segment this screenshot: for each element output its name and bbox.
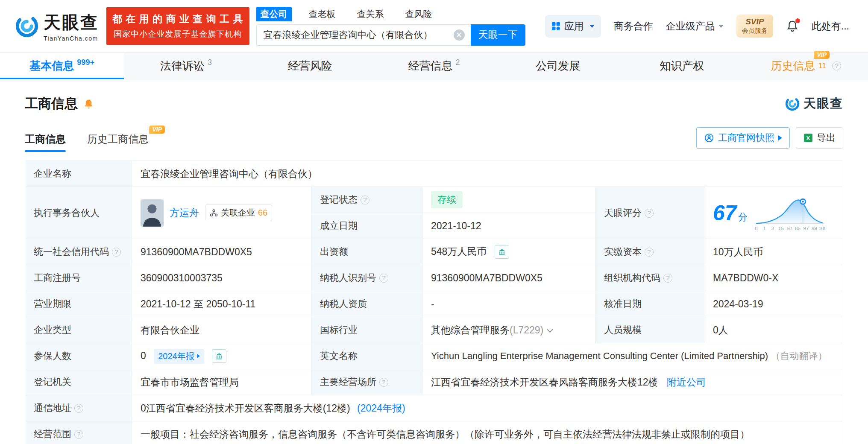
search-input[interactable]	[256, 24, 471, 46]
snapshot-person-icon	[704, 133, 714, 143]
taxpayer-quality-label: 纳税人资质	[311, 291, 422, 317]
tab-intellectual-property[interactable]: 知识产权	[620, 53, 744, 79]
main-tabbar: 基本信息 999+ 法律诉讼 3 经营风险 经营信息 2 公司发展 知识产权 历…	[0, 52, 868, 79]
monitor-bell-icon[interactable]	[83, 98, 94, 110]
capital-detail-icon[interactable]	[495, 245, 509, 259]
tab-label: 历史信息	[771, 58, 815, 73]
industry-code: (L7229)	[510, 324, 543, 336]
help-icon[interactable]: ?	[74, 404, 83, 413]
row-mail-address: 通信地址? 0江西省宜春经济技术开发区客商服务大楼(12楼) (2024年报)	[25, 395, 843, 421]
nav-enterprise-products[interactable]: 企业级产品	[666, 20, 724, 33]
row-registry-address: 登记机关 宜春市市场监督管理局 主要经营场所? 江西省宜春经济技术开发区春风路客…	[25, 369, 843, 395]
search-tab-company[interactable]: 查公司	[256, 7, 292, 21]
approval-date-value: 2024-03-19	[704, 291, 843, 317]
svg-text:100: 100	[818, 226, 826, 231]
nav-enterprise-products-label: 企业级产品	[666, 20, 715, 33]
capital-label: 出资额	[311, 239, 422, 265]
help-icon[interactable]: ?	[832, 61, 841, 70]
search-tab-relation[interactable]: 查关系	[353, 7, 388, 21]
nearby-companies-link[interactable]: 附近公司	[667, 377, 706, 388]
subtab-business-info[interactable]: 工商信息	[25, 132, 66, 152]
apps-menu[interactable]: 应用	[545, 15, 601, 38]
address-label: 主要经营场所?	[311, 369, 422, 395]
notification-dot	[795, 18, 800, 23]
score-distribution-chart: 0 1 3 15 50 85 97 99 100	[753, 194, 826, 232]
industry-label: 国标行业	[311, 317, 422, 343]
row-credit-capital: 统一社会信用代码? 91360900MA7BDDW0X5 出资额 548万人民币…	[25, 239, 843, 265]
watermark-logo: 天眼查	[785, 95, 843, 112]
partner-avatar[interactable]	[141, 199, 164, 227]
related-companies-tag[interactable]: 关联企业 66	[205, 204, 272, 221]
tianyancha-logo[interactable]: 天眼查 TianYanCha.com	[15, 11, 99, 42]
svip-member-badge[interactable]: SVIP 会员服务	[736, 15, 773, 38]
notification-bell[interactable]	[786, 20, 799, 32]
address-value: 江西省宜春经济技术开发区春风路客商服务大楼12楼 附近公司	[422, 369, 843, 395]
registry-value: 宜春市市场监督管理局	[132, 369, 311, 395]
tab-badge-wrap: VIP 11	[818, 58, 826, 71]
user-menu[interactable]: 此处有...	[812, 20, 849, 33]
taxpayer-id-value: 91360900MA7BDDW0X5	[422, 265, 595, 291]
snapshot-button-label: 工商官网快照	[718, 131, 774, 144]
help-icon[interactable]: ?	[379, 274, 388, 283]
page: 天眼查 TianYanCha.com 都 在 用 的 商 业 查 询 工 具 国…	[0, 0, 868, 444]
svg-text:99: 99	[812, 226, 817, 231]
term-label: 营业期限	[25, 291, 132, 317]
search-tab-boss[interactable]: 查老板	[305, 7, 340, 21]
tianyancha-swirl-icon	[15, 14, 39, 38]
mail-address-value: 0江西省宜春经济技术开发区客商服务大楼(12楼) (2024年报)	[132, 395, 843, 421]
mail-address-label: 通信地址?	[25, 395, 132, 421]
help-icon[interactable]: ?	[645, 248, 654, 257]
bank-icon	[498, 248, 506, 256]
business-scope-value: 一般项目：社会经济咨询服务，信息咨询服务（不含许可类信息咨询服务）（除许可业务外…	[132, 421, 843, 444]
company-name-label: 企业名称	[25, 161, 132, 187]
clear-search-icon[interactable]: ✕	[454, 29, 465, 41]
svip-sublabel: 会员服务	[742, 27, 768, 35]
insured-detail-icon[interactable]	[212, 349, 226, 363]
tab-company-development[interactable]: 公司发展	[496, 53, 620, 79]
person-photo-placeholder	[141, 199, 164, 227]
subtab-row: 工商信息 历史工商信息 VIP 工商官网快照	[25, 127, 843, 152]
industry-value: 其他综合管理服务(L7229)	[422, 317, 595, 343]
help-icon[interactable]: ?	[379, 378, 388, 387]
tab-badge: 11	[818, 61, 826, 70]
official-snapshot-button[interactable]: 工商官网快照	[696, 127, 790, 149]
tab-business-info[interactable]: 经营信息 2	[372, 53, 496, 79]
logo-text: 天眼查 TianYanCha.com	[44, 11, 99, 42]
score-value: 67分	[713, 201, 748, 225]
tab-basic-info[interactable]: 基本信息 999+	[0, 53, 124, 79]
help-icon[interactable]: ?	[645, 209, 654, 218]
annual-report-badge[interactable]: 2024年报	[154, 349, 204, 364]
approval-date-label: 核准日期	[595, 291, 704, 317]
tab-label: 经营信息	[408, 58, 452, 73]
score-cell: 67分	[704, 187, 843, 239]
capital-value: 548万人民币	[422, 239, 595, 265]
search-button[interactable]: 天眼一下	[471, 24, 525, 46]
tab-operating-risk[interactable]: 经营风险	[248, 53, 372, 79]
tab-label: 公司发展	[536, 58, 580, 73]
play-arrow-icon	[778, 135, 782, 140]
company-name-value: 宜春浪绫企业管理咨询中心（有限合伙）	[132, 161, 843, 187]
annual-report-link[interactable]: (2024年报)	[357, 403, 405, 414]
search-input-wrap: ✕	[256, 24, 471, 46]
business-scope-label: 经营范围?	[25, 421, 132, 444]
help-icon[interactable]: ?	[361, 196, 369, 204]
partner-name-link[interactable]: 方运舟	[170, 206, 199, 219]
svg-text:X: X	[806, 135, 810, 141]
nav-business-cooperation[interactable]: 商务合作	[614, 20, 653, 33]
subtab-history-business-info[interactable]: 历史工商信息 VIP	[87, 132, 149, 152]
help-icon[interactable]: ?	[663, 274, 672, 283]
help-icon[interactable]: ?	[74, 430, 83, 439]
staff-size-value: 0人	[704, 317, 843, 343]
section-title: 工商信息	[25, 95, 78, 113]
partner-cell: 方运舟 关联企业 66	[132, 187, 311, 239]
tab-history-info[interactable]: 历史信息 VIP 11 ?	[744, 53, 868, 79]
search-row: ✕ 天眼一下	[256, 24, 525, 46]
status-value: 存续	[422, 187, 595, 213]
tab-legal-proceedings[interactable]: 法律诉讼 3	[124, 53, 248, 79]
svg-text:0: 0	[755, 226, 757, 231]
section-header: 工商信息 天眼查	[25, 79, 843, 113]
export-button[interactable]: X 导出	[796, 127, 843, 149]
help-icon[interactable]: ?	[112, 248, 121, 257]
search-tab-risk[interactable]: 查风险	[401, 7, 437, 21]
expand-chevron-icon[interactable]	[547, 326, 554, 333]
